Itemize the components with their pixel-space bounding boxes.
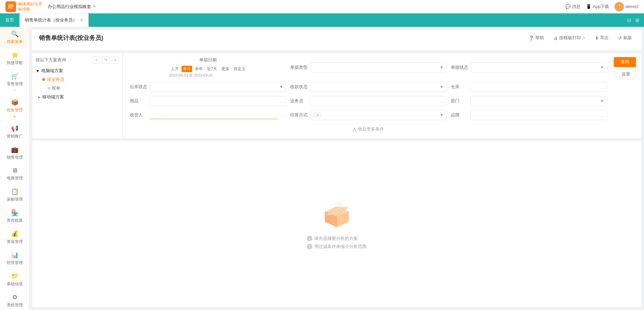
delivery-status-field: 出库状态 ▼ <box>130 82 286 92</box>
empty-content: ✦ ✦ ✦ 1 请先选择要分析的方案 2 用过滤条件来缩小分析范围 <box>307 197 367 252</box>
query-button[interactable]: 查询 <box>614 57 636 67</box>
tab-home[interactable]: 首页 <box>0 13 19 27</box>
mobile-scheme-group[interactable]: ▶ 移动端方案 <box>36 93 119 101</box>
receiver-label: 收货人 <box>130 112 147 118</box>
logo-area: 好 畅捷通好生意 标准版 <box>5 1 42 12</box>
refresh-button[interactable]: ↺ 刷新 <box>615 34 635 42</box>
salesperson-select[interactable]: … <box>310 96 446 106</box>
help-button[interactable]: ❓ 帮助 <box>526 34 547 42</box>
window-minimize-button[interactable]: ⊟ <box>627 17 632 23</box>
doc-status-field: 单据状态 ▼ <box>451 57 607 78</box>
scheme-edit-button[interactable]: ✎ <box>102 56 110 64</box>
sidebar-item-operation[interactable]: 📊 经营管理 <box>0 248 29 269</box>
product-dots-icon[interactable]: … <box>279 99 283 104</box>
delivery-status-select[interactable]: ▼ <box>150 82 286 92</box>
date-tab-last-month[interactable]: 上月 <box>169 66 180 72</box>
finance-icon: 💰 <box>11 230 18 238</box>
top-bar-left: 好 畅捷通好生意 标准版 办公用品行业模拟账套 ▼ <box>5 1 99 12</box>
sidebar-item-quicknav[interactable]: ⭐ 快捷导航 <box>0 48 29 69</box>
user-menu[interactable]: 😊 demo2 <box>614 2 639 11</box>
tab-close-button[interactable]: ✕ <box>80 18 83 22</box>
scheme-by-salesperson[interactable]: 按业务员 <box>36 75 119 84</box>
warehouse-field: 仓库 … <box>451 82 607 92</box>
scheme-collapse-button[interactable]: « <box>112 56 119 64</box>
date-tab-custom[interactable]: 自定义 <box>232 66 247 72</box>
collapse-conditions-button[interactable]: ⋀ 收起更多条件 <box>130 124 607 134</box>
computer-scheme-group[interactable]: ▼ 电脑端方案 <box>36 66 119 75</box>
date-tab-this-month[interactable]: 本月 <box>181 66 192 72</box>
export-icon: ⬇ <box>595 36 599 41</box>
product-select[interactable]: … <box>149 96 286 106</box>
filter-form: 单据日期 上月 本月 本年 近7天 更多 自定义 2023-03-01 至 20… <box>123 53 614 138</box>
filter-row-2: 出库状态 ▼ 收款状态 ▼ <box>130 82 607 92</box>
download-icon: 📱 <box>586 4 591 9</box>
sidebar-label-finance: 资金管理 <box>7 239 23 245</box>
print-button[interactable]: 🖨 按模板打印 ▼ <box>551 34 588 42</box>
logo-text: 畅捷通好生意 标准版 <box>18 2 42 11</box>
brand-field: 品牌 … <box>451 110 607 120</box>
payment-status-select[interactable]: ▼ <box>310 82 446 92</box>
sidebar-label-search: 搜索菜单 <box>7 39 23 45</box>
sidebar-item-system[interactable]: ⚙ 系统管理 <box>0 290 29 310</box>
system-icon: ⚙ <box>12 294 17 301</box>
sidebar-label-purchase: 采购管理 <box>7 197 23 202</box>
date-label: 单据日期 <box>199 57 217 63</box>
sidebar-item-ecommerce[interactable]: 🖥 电商管理 <box>0 164 29 185</box>
sidebar-item-sales[interactable]: 💼 销售管理 <box>0 143 29 164</box>
sidebar-item-inventory[interactable]: 🏪 库存核算 <box>0 206 29 227</box>
receiver-dots-icon[interactable]: … <box>282 113 286 118</box>
sidebar-label-sales: 销售管理 <box>7 155 23 160</box>
date-tab-more[interactable]: 更多 <box>220 66 231 72</box>
sidebar-label-system: 系统管理 <box>7 302 23 308</box>
app-download-button[interactable]: 📱 App下载 <box>586 4 609 10</box>
scheme-order-label: 按单 <box>52 85 60 91</box>
window-maximize-button[interactable]: ⊞ <box>635 17 640 23</box>
scheme-header: 按以下方案查询 + ✎ « <box>36 56 119 64</box>
window-controls: ⊟ ⊞ <box>627 17 644 23</box>
sidebar-item-purchase[interactable]: 📋 采购管理 <box>0 185 29 206</box>
payment-status-field: 收款状态 ▼ <box>290 82 446 92</box>
settlement-tag-close[interactable]: × <box>317 113 319 117</box>
sub-scheme-icon: ≡ <box>48 86 50 91</box>
warehouse-dots-icon[interactable]: … <box>600 85 604 90</box>
computer-group-label: 电脑端方案 <box>41 68 63 74</box>
brand-dots-icon[interactable]: … <box>600 113 604 118</box>
message-button[interactable]: 💬 消息 <box>565 4 581 10</box>
doc-type-field: 单据类型 ▼ <box>290 57 446 78</box>
doc-status-label: 单据状态 <box>451 64 468 70</box>
date-tab-this-year[interactable]: 本年 <box>194 66 204 72</box>
brand-label: 品牌 <box>451 112 468 118</box>
department-select[interactable]: ▼ <box>470 96 607 106</box>
scheme-add-button[interactable]: + <box>93 56 100 64</box>
department-label: 部门 <box>451 98 468 104</box>
app-selector[interactable]: 办公用品行业模拟账套 ▼ <box>45 2 99 11</box>
sidebar-item-search[interactable]: 🔍 搜索菜单 <box>0 27 29 48</box>
scheme-actions: + ✎ « <box>93 56 119 64</box>
settings-button[interactable]: 设置 <box>616 69 636 79</box>
sidebar-item-retail[interactable]: 🛒 零售管理 ▾ <box>0 69 29 95</box>
sidebar-item-basic[interactable]: 📁 基础信息 <box>0 269 29 290</box>
sidebar-item-marketing[interactable]: 📢 营销推广 <box>0 121 29 143</box>
scheme-by-order[interactable]: ≡ 按单 <box>36 84 119 93</box>
collapse-label: 收起更多条件 <box>358 126 384 132</box>
sidebar-label-operation: 经营管理 <box>7 260 23 266</box>
report-tab-label: 销售单统计表（按业务员） <box>25 17 77 23</box>
sidebar-item-wholesale[interactable]: 📦 批发管理 ▴ <box>0 95 29 121</box>
receiver-input[interactable] <box>149 111 278 119</box>
svg-text:✦: ✦ <box>338 203 341 206</box>
warehouse-select[interactable]: … <box>470 82 607 92</box>
export-button[interactable]: ⬇ 导出 <box>592 34 611 42</box>
sidebar-item-finance[interactable]: 💰 资金管理 <box>0 227 29 248</box>
doc-status-select[interactable]: ▼ <box>471 62 607 72</box>
brand-select[interactable]: … <box>470 110 607 120</box>
help-icon: ❓ <box>529 36 534 41</box>
date-tab-7days[interactable]: 近7天 <box>206 66 219 72</box>
settlement-select[interactable]: × ▼ <box>310 110 446 120</box>
print-icon: 🖨 <box>553 36 558 41</box>
doc-type-select[interactable]: ▼ <box>310 62 446 72</box>
tab-report[interactable]: 销售单统计表（按业务员） ✕ <box>19 13 89 27</box>
main-layout: 🔍 搜索菜单 ⭐ 快捷导航 🛒 零售管理 ▾ 📦 批发管理 ▴ 📢 营销推广 💼… <box>0 27 644 310</box>
salesperson-dots-icon[interactable]: … <box>439 99 444 104</box>
edit-scheme-icon: ✎ <box>104 58 108 62</box>
operation-icon: 📊 <box>11 251 18 259</box>
